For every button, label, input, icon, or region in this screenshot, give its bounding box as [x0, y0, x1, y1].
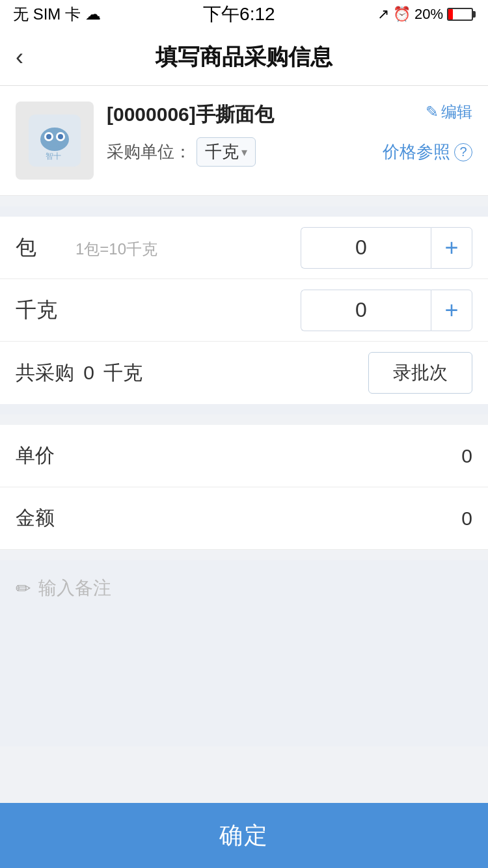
summary-value: 0 — [83, 362, 94, 383]
alarm-icon: ⏰ — [393, 6, 411, 23]
divider-2 — [0, 404, 488, 414]
amount-value: 0 — [461, 508, 472, 530]
batch-label: 录批次 — [393, 360, 448, 385]
bag-label: 包 — [16, 234, 68, 262]
unit-price-row: 单价 0 — [0, 425, 488, 487]
edit-button[interactable]: ✎ 编辑 — [426, 102, 472, 122]
summary-text: 共采购 0 千克 — [16, 360, 142, 387]
unit-label: 采购单位： — [107, 141, 191, 163]
main-content: 智十 [0000006]手撕面包 ✎ 编辑 采购单位： 千克 ▾ — [0, 86, 488, 811]
kg-qty-input[interactable] — [301, 290, 431, 331]
price-ref-label: 价格参照 — [383, 141, 450, 163]
battery-icon — [447, 8, 475, 21]
bag-hint: 1包=10千克 — [75, 239, 157, 260]
status-left: 无 SIM 卡 ☁ — [13, 4, 101, 25]
status-right: ↗ ⏰ 20% — [377, 6, 475, 23]
divider-1 — [0, 206, 488, 217]
product-header: [0000006]手撕面包 ✎ 编辑 — [107, 102, 472, 128]
edit-label: 编辑 — [441, 102, 472, 122]
summary-row: 共采购 0 千克 录批次 — [0, 342, 488, 404]
kg-label: 千克 — [16, 296, 68, 325]
bottom-spacer — [0, 616, 488, 746]
bag-plus-button[interactable]: + — [431, 227, 472, 269]
edit-icon: ✎ — [426, 103, 439, 121]
unit-price-value: 0 — [461, 445, 472, 467]
price-info-section: 单价 0 金额 0 — [0, 425, 488, 550]
battery-percent: 20% — [414, 6, 443, 23]
nav-bar: ‹ 填写商品采购信息 — [0, 29, 488, 86]
back-button[interactable]: ‹ — [16, 44, 23, 71]
svg-point-4 — [46, 134, 51, 139]
location-icon: ↗ — [377, 6, 389, 23]
kg-input-right: + — [301, 290, 472, 331]
note-placeholder: 输入备注 — [38, 576, 111, 601]
kg-plus-button[interactable]: + — [431, 290, 472, 331]
price-ref-button[interactable]: 价格参照 ? — [383, 141, 472, 163]
confirm-button[interactable]: 确定 — [0, 803, 488, 868]
unit-dropdown-icon: ▾ — [241, 145, 247, 159]
product-name: [0000006]手撕面包 — [107, 102, 274, 128]
svg-point-5 — [58, 134, 63, 139]
note-icon: ✏ — [16, 578, 31, 599]
bag-qty-input[interactable] — [301, 227, 431, 269]
svg-text:智十: 智十 — [46, 152, 61, 161]
amount-row: 金额 0 — [0, 487, 488, 550]
amount-label: 金额 — [16, 505, 55, 532]
price-ref-help-icon: ? — [454, 143, 472, 161]
status-time: 下午6:12 — [203, 2, 275, 27]
unit-value: 千克 — [205, 141, 239, 163]
summary-label: 共采购 — [16, 362, 74, 383]
summary-unit: 千克 — [103, 362, 142, 383]
kg-input-row: 千克 + — [0, 279, 488, 342]
unit-select[interactable]: 千克 ▾ — [197, 137, 256, 167]
product-info: [0000006]手撕面包 ✎ 编辑 采购单位： 千克 ▾ 价格参照 ? — [107, 102, 472, 167]
page-title: 填写商品采购信息 — [156, 42, 332, 72]
product-image: 智十 — [16, 102, 94, 180]
bag-input-row: 包 1包=10千克 + — [0, 217, 488, 279]
input-section: 包 1包=10千克 + 千克 + — [0, 217, 488, 342]
bag-input-right: + — [301, 227, 472, 269]
unit-price-label: 单价 — [16, 442, 55, 469]
product-footer: 采购单位： 千克 ▾ 价格参照 ? — [107, 137, 472, 167]
product-card: 智十 [0000006]手撕面包 ✎ 编辑 采购单位： 千克 ▾ — [0, 86, 488, 196]
note-section[interactable]: ✏ 输入备注 — [0, 560, 488, 616]
sim-status: 无 SIM 卡 ☁ — [13, 4, 101, 25]
status-bar: 无 SIM 卡 ☁ 下午6:12 ↗ ⏰ 20% — [0, 0, 488, 29]
batch-button[interactable]: 录批次 — [368, 352, 472, 394]
confirm-label: 确定 — [219, 820, 269, 852]
product-logo-icon: 智十 — [29, 115, 81, 167]
